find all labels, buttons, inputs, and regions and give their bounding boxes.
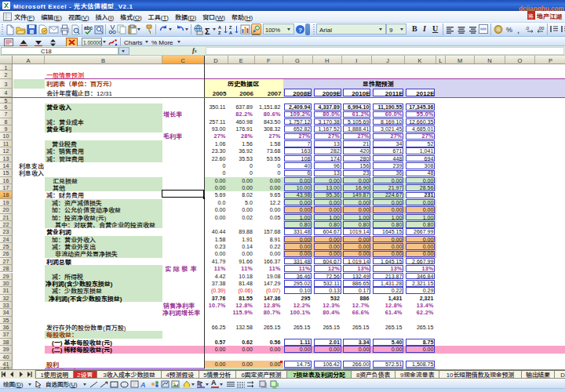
svg-text:abc: abc: [84, 24, 93, 31]
svg-text:A: A: [140, 380, 146, 388]
svg-text:A: A: [229, 30, 232, 35]
svg-text:A: A: [211, 379, 217, 387]
svg-text:?: ?: [298, 25, 302, 34]
svg-text:.0: .0: [525, 25, 530, 31]
svg-text:Z: Z: [218, 30, 221, 35]
